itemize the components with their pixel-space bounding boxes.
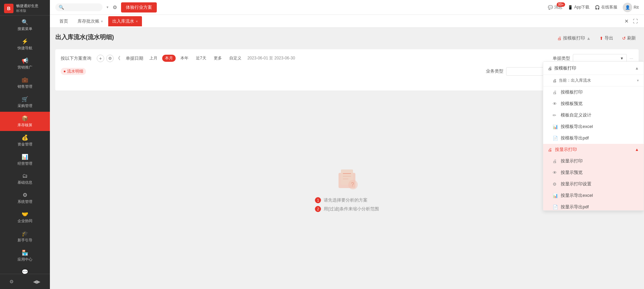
sidebar-item-0[interactable]: 🔍 搜索菜单 xyxy=(0,16,50,35)
online-service-button[interactable]: 🎧 在线客服 xyxy=(595,4,617,10)
display-excel-label: 按显示导出excel xyxy=(561,192,593,199)
app-download-label: App下载 xyxy=(574,4,589,10)
date-chip-custom[interactable]: 自定义 xyxy=(227,55,244,62)
dropdown-item-export-pdf-template[interactable]: 📄 按模板导出pdf xyxy=(543,132,644,144)
tab-home[interactable]: 首页 xyxy=(55,16,72,26)
display-pdf-label: 按显示导出pdf xyxy=(561,204,589,210)
sidebar-icon-2: 📢 xyxy=(22,57,28,64)
print-template-button[interactable]: 🖨 按模板打印 ▲ xyxy=(555,34,593,43)
step-2-label: 用[过滤]条件来缩小分析范围 xyxy=(324,206,379,212)
dropdown-item-display-excel[interactable]: 📊 按显示导出excel xyxy=(543,190,644,201)
dropdown-item-display-pdf[interactable]: 📄 按显示导出pdf xyxy=(543,201,644,210)
template-print-label: 按模板打印 xyxy=(561,89,583,95)
filter-tag-detail[interactable]: ● 流水明细 xyxy=(61,68,86,75)
export-label: 导出 xyxy=(605,35,613,41)
dropdown-item-display-preview[interactable]: 👁 按显示预览 xyxy=(543,167,644,178)
filter-date-label: 单据日期 xyxy=(126,55,143,61)
sidebar-item-7[interactable]: 📊 经营管理 xyxy=(0,150,50,169)
tab-inventory-batch-close-icon[interactable]: × xyxy=(101,19,103,23)
date-chip-more[interactable]: 更多 xyxy=(211,55,225,62)
date-chips: 上月 本月 本年 近7天 更多 自定义 2023-06-01 至 2023-06… xyxy=(147,55,295,62)
sidebar-nav: 🔍 搜索菜单 ⚡ 快捷导航 📢 营销推广 💼 销售管理 🛒 采购管理 📦 库存核… xyxy=(0,16,50,274)
filter-settings-button[interactable]: ⚙ xyxy=(106,55,114,62)
search-chevron-icon[interactable]: ▾ xyxy=(107,5,109,9)
avatar: 👤 xyxy=(623,3,632,12)
section-chevron-icon[interactable]: ▲ xyxy=(635,147,639,152)
date-chip-this-month[interactable]: 本月 xyxy=(162,55,176,62)
dropdown-item-preview-template[interactable]: 👁 按模板预览 xyxy=(543,98,644,109)
sidebar-item-1[interactable]: ⚡ 快捷导航 xyxy=(0,35,50,54)
tab-stock-flow[interactable]: 出入库流水 × xyxy=(108,16,142,26)
app-download-button[interactable]: 📱 App下载 xyxy=(568,4,589,10)
topbar-gear-icon[interactable]: ⚙ xyxy=(113,4,117,10)
topbar-right: 💬 消息 99+ 📱 App下载 🎧 在线客服 👤 Rit xyxy=(548,3,639,12)
template-preview-label: 按模板预览 xyxy=(561,101,583,107)
print-header-icon: 🖨 xyxy=(548,66,552,71)
dropdown-item-export-excel-template[interactable]: 📊 按模板导出excel xyxy=(543,121,644,132)
date-chip-this-year[interactable]: 本年 xyxy=(178,55,191,62)
sidebar-item-12[interactable]: 🏪 应用中心 xyxy=(0,246,50,265)
display-excel-icon: 📊 xyxy=(553,193,558,198)
filter-add-button[interactable]: + xyxy=(97,55,104,62)
content-area: 出入库流水(流水明细) 🖨 按模板打印 ▲ ⬆ 导出 ↺ 刷新 xyxy=(50,28,644,289)
filter-actions: + ⚙ 《 xyxy=(97,55,120,62)
tab-stock-flow-label: 出入库流水 xyxy=(112,18,134,24)
sidebar-item-9[interactable]: ⚙ 系统管理 xyxy=(0,188,50,208)
dropdown-section-active: 🖨 按显示打印 ▲ 🖨 按显示打印 👁 按显示预览 xyxy=(543,144,644,210)
dropdown-item-design-template[interactable]: ✏ 模板自定义设计 xyxy=(543,109,644,121)
search-input[interactable] xyxy=(66,5,100,10)
filter-tag-icon: ● xyxy=(63,69,66,74)
filter-search-label: 按以下方案查询 xyxy=(61,55,91,61)
message-button[interactable]: 💬 消息 99+ xyxy=(548,4,562,10)
window-expand-icon[interactable]: ⛶ xyxy=(632,18,639,25)
dropdown-header-chevron-icon[interactable]: ▲ xyxy=(635,66,639,71)
sidebar-item-3[interactable]: 💼 销售管理 xyxy=(0,73,50,93)
dropdown-title-label: 按模板打印 xyxy=(554,65,576,71)
sidebar-logo: B 畅捷通好生意 标准版 xyxy=(0,0,50,16)
settings-icon[interactable]: ⚙ xyxy=(7,278,17,286)
message-badge: 99+ xyxy=(557,2,565,7)
window-close-icon[interactable]: ✕ xyxy=(624,18,630,25)
sidebar-label-9: 系统管理 xyxy=(18,199,32,204)
export-button[interactable]: ⬆ 导出 xyxy=(597,34,616,43)
filter-tag-label: 流水明细 xyxy=(67,69,83,74)
dropdown-panel: 🖨 按模板打印 ▲ 🖨 当前：出入库流水 ▾ xyxy=(543,61,644,211)
collapse-icon[interactable]: ◀▶ xyxy=(30,278,43,286)
date-chip-last-7-days[interactable]: 近7天 xyxy=(193,55,209,62)
section-header-content: 🖨 按显示打印 xyxy=(548,147,577,153)
sidebar-label-1: 快捷导航 xyxy=(18,46,32,51)
sidebar-item-13[interactable]: 💬 企业微信 xyxy=(0,265,50,274)
sidebar-icon-5: 📦 xyxy=(22,115,28,122)
dropdown-section-header[interactable]: 🖨 按显示打印 ▲ xyxy=(543,144,644,155)
sidebar-item-11[interactable]: 🎓 新手引导 xyxy=(0,227,50,246)
sidebar-icon-0: 🔍 xyxy=(22,19,28,25)
display-settings-icon: ⚙ xyxy=(553,182,558,187)
doc-type-more-icon[interactable]: ··· xyxy=(630,56,633,61)
tab-stock-flow-close-icon[interactable]: × xyxy=(136,19,138,23)
filter-collapse-button[interactable]: 《 xyxy=(116,55,120,61)
sidebar-item-6[interactable]: 💰 资金管理 xyxy=(0,131,50,150)
sidebar-item-5[interactable]: 📦 库存核算 xyxy=(0,112,50,131)
sidebar-item-8[interactable]: 🗂 基础信息 xyxy=(0,169,50,188)
dropdown-item-display-print[interactable]: 🖨 按显示打印 xyxy=(543,155,644,167)
refresh-icon: ↺ xyxy=(622,36,626,41)
sidebar-item-10[interactable]: 🤝 企业协同 xyxy=(0,208,50,227)
tab-inventory-batch[interactable]: 库存批次账 × xyxy=(74,16,107,26)
display-preview-label: 按显示预览 xyxy=(561,169,583,176)
sidebar-bottom: ⚙ ◀▶ xyxy=(0,274,50,289)
sidebar-icon-4: 🛒 xyxy=(22,96,28,102)
date-chip-last-month[interactable]: 上月 xyxy=(147,55,160,62)
display-print-label: 按显示打印 xyxy=(561,158,583,164)
dropdown-item-print-template[interactable]: 🖨 按模板打印 xyxy=(543,86,644,98)
dropdown-header-title: 🖨 按模板打印 xyxy=(548,65,576,71)
tab-inventory-batch-label: 库存批次账 xyxy=(78,18,99,24)
sidebar-item-4[interactable]: 🛒 采购管理 xyxy=(0,93,50,112)
current-chevron-icon[interactable]: ▾ xyxy=(637,78,639,83)
dropdown-item-display-settings[interactable]: ⚙ 按显示打印设置 xyxy=(543,178,644,190)
top-action-bar: 🖨 按模板打印 ▲ ⬆ 导出 ↺ 刷新 xyxy=(555,34,639,43)
user-profile[interactable]: 👤 Rit xyxy=(623,3,639,12)
topbar-search[interactable]: 🔍 xyxy=(55,3,103,11)
refresh-button[interactable]: ↺ 刷新 xyxy=(619,34,639,43)
trial-button[interactable]: 体验行业方案 xyxy=(121,2,157,12)
sidebar-item-2[interactable]: 📢 营销推广 xyxy=(0,54,50,73)
